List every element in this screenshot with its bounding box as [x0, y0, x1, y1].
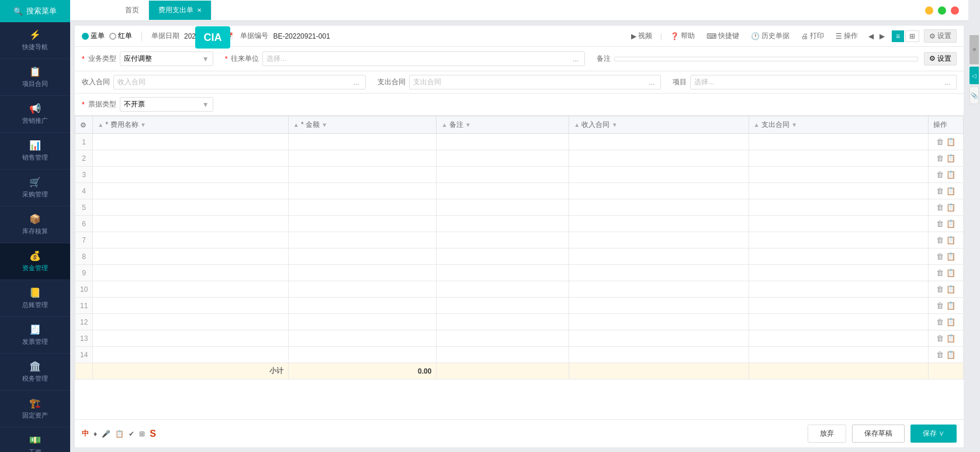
nav-prev-icon[interactable]: ◀	[866, 31, 876, 42]
delete-icon[interactable]: 🗑	[936, 154, 944, 163]
partner-ellipsis[interactable]: ...	[570, 55, 581, 63]
expense-name-cell[interactable]	[93, 265, 288, 281]
remark-cell[interactable]	[437, 134, 569, 150]
copy-row-icon[interactable]: 📋	[946, 154, 955, 163]
minimize-button[interactable]	[925, 6, 933, 15]
discard-button[interactable]: 放弃	[808, 425, 846, 443]
amount-cell[interactable]	[288, 347, 437, 363]
delete-icon[interactable]: 🗑	[936, 219, 944, 228]
copy-row-icon[interactable]: 📋	[946, 301, 955, 310]
expense-contract-cell[interactable]	[749, 134, 928, 150]
expense-contract-cell[interactable]	[749, 249, 928, 265]
tool-copy[interactable]: 📋	[115, 430, 124, 438]
sort-down-icon4[interactable]: ▼	[612, 122, 618, 128]
expense-contract-cell[interactable]	[749, 232, 928, 249]
income-contract-input[interactable]: 收入合同 ...	[113, 75, 366, 89]
income-contract-cell[interactable]	[569, 347, 749, 363]
sidebar-item-project-contract[interactable]: 📋 项目合同	[0, 59, 70, 96]
expense-name-cell[interactable]	[93, 199, 288, 216]
expense-name-cell[interactable]	[93, 281, 288, 298]
copy-row-icon[interactable]: 📋	[946, 236, 955, 244]
income-contract-cell[interactable]	[569, 216, 749, 232]
expense-name-cell[interactable]	[93, 314, 288, 330]
amount-cell[interactable]	[288, 167, 437, 183]
copy-row-icon[interactable]: 📋	[946, 187, 955, 195]
view-grid-button[interactable]: ⊞	[905, 30, 919, 42]
project-input[interactable]: 选择... ...	[690, 75, 957, 89]
delete-icon[interactable]: 🗑	[936, 268, 944, 277]
expense-contract-cell[interactable]	[749, 298, 928, 314]
income-contract-cell[interactable]	[569, 150, 749, 167]
income-contract-cell[interactable]	[569, 298, 749, 314]
delete-icon[interactable]: 🗑	[936, 170, 944, 179]
remark-cell[interactable]	[437, 183, 569, 199]
sort-down-icon3[interactable]: ▼	[465, 122, 471, 128]
copy-row-icon[interactable]: 📋	[946, 268, 955, 277]
sort-up-icon4[interactable]: ▲	[574, 122, 580, 128]
expense-name-cell[interactable]	[93, 134, 288, 150]
copy-row-icon[interactable]: 📋	[946, 252, 955, 261]
expense-name-cell[interactable]	[93, 183, 288, 199]
tab-expense[interactable]: 费用支出单 ✕	[149, 1, 212, 20]
shortcuts-action[interactable]: ⌨ 快捷键	[703, 30, 743, 42]
expense-name-cell[interactable]	[93, 167, 288, 183]
sidebar-item-fixed-assets[interactable]: 🏗️ 固定资产	[0, 391, 70, 427]
sidebar-search[interactable]: 🔍 搜索菜单	[0, 0, 70, 22]
remark-cell[interactable]	[437, 281, 569, 298]
remark-cell[interactable]	[437, 330, 569, 347]
sidebar-item-sales[interactable]: 📊 销售管理	[0, 133, 70, 170]
print-action[interactable]: 🖨 打印	[798, 30, 827, 42]
right-panel-tab2[interactable]: ◁	[969, 67, 979, 84]
income-contract-cell[interactable]	[569, 183, 749, 199]
sidebar-item-procurement[interactable]: 🛒 采购管理	[0, 170, 70, 206]
expense-ellipsis[interactable]: ...	[646, 78, 657, 87]
sidebar-item-marketing[interactable]: 📢 营销推广	[0, 96, 70, 133]
expense-contract-cell[interactable]	[749, 281, 928, 298]
sidebar-item-quick-nav[interactable]: ⚡ 快捷导航	[0, 22, 70, 59]
business-type-select[interactable]: 应付调整 ▼	[120, 51, 213, 66]
copy-row-icon[interactable]: 📋	[946, 350, 955, 359]
sidebar-item-invoice[interactable]: 🧾 发票管理	[0, 317, 70, 354]
history-action[interactable]: 🕐 历史单据	[747, 30, 793, 42]
copy-row-icon[interactable]: 📋	[946, 318, 955, 326]
sort-down-icon5[interactable]: ▼	[791, 122, 797, 128]
expense-contract-input[interactable]: 支出合同 ...	[409, 75, 662, 89]
tool-dot[interactable]: ♦	[94, 430, 97, 438]
income-contract-cell[interactable]	[569, 249, 749, 265]
expense-contract-cell[interactable]	[749, 183, 928, 199]
delete-icon[interactable]: 🗑	[936, 137, 944, 146]
operations-action[interactable]: ☰ 操作	[832, 30, 861, 42]
invoice-type-select[interactable]: 不开票 ▼	[120, 97, 213, 112]
amount-cell[interactable]	[288, 216, 437, 232]
expense-name-cell[interactable]	[93, 232, 288, 249]
radio-blue-label[interactable]: 蓝单	[82, 31, 105, 41]
income-contract-cell[interactable]	[569, 265, 749, 281]
copy-row-icon[interactable]: 📋	[946, 334, 955, 343]
maximize-button[interactable]	[938, 6, 946, 15]
expense-contract-cell[interactable]	[749, 347, 928, 363]
delete-icon[interactable]: 🗑	[936, 318, 944, 326]
delete-icon[interactable]: 🗑	[936, 350, 944, 359]
amount-cell[interactable]	[288, 199, 437, 216]
sort-up-icon3[interactable]: ▲	[441, 122, 447, 128]
delete-icon[interactable]: 🗑	[936, 187, 944, 195]
amount-cell[interactable]	[288, 330, 437, 347]
remark-cell[interactable]	[437, 314, 569, 330]
amount-cell[interactable]	[288, 314, 437, 330]
right-panel-tab3[interactable]: 📎	[969, 87, 979, 104]
delete-icon[interactable]: 🗑	[936, 236, 944, 244]
partner-input[interactable]: 选择... ...	[262, 51, 585, 66]
remark-cell[interactable]	[437, 232, 569, 249]
remark-input[interactable]	[614, 57, 918, 61]
delete-icon[interactable]: 🗑	[936, 301, 944, 310]
expense-contract-cell[interactable]	[749, 314, 928, 330]
sort-up-icon[interactable]: ▲	[98, 122, 103, 128]
video-action[interactable]: ▶ 视频	[628, 30, 656, 42]
amount-cell[interactable]	[288, 265, 437, 281]
sidebar-item-payroll[interactable]: 💵 工资	[0, 427, 70, 452]
amount-cell[interactable]	[288, 249, 437, 265]
expense-name-cell[interactable]	[93, 330, 288, 347]
radio-red-label[interactable]: 红单	[109, 31, 132, 41]
income-contract-cell[interactable]	[569, 232, 749, 249]
expense-contract-cell[interactable]	[749, 150, 928, 167]
